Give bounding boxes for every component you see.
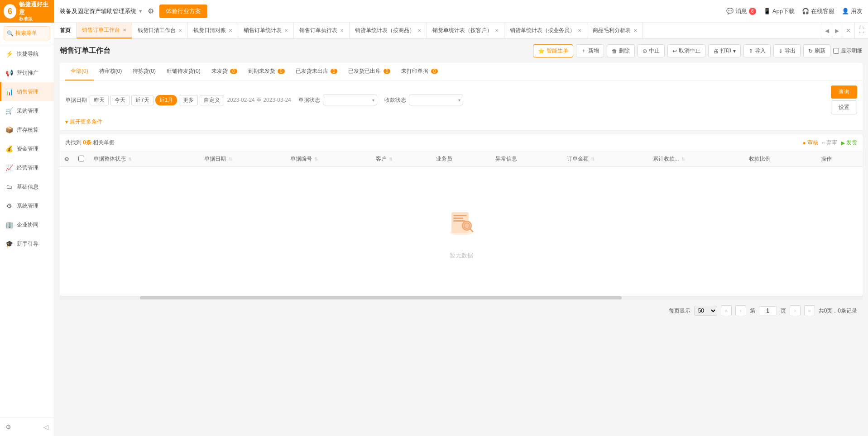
tab-close-cash-reconcile[interactable]: ✕ bbox=[229, 28, 232, 33]
sidebar-item-sales[interactable]: 📊 销售管理 bbox=[0, 82, 54, 101]
tab-close-sales-workbench[interactable]: ✕ bbox=[123, 28, 126, 33]
topbar-online-service[interactable]: 🎧 在线客服 bbox=[802, 7, 834, 15]
col-status[interactable]: 单据整体状态 ⇅ bbox=[89, 152, 200, 167]
tab-nav-next[interactable]: ▶ bbox=[832, 23, 842, 38]
tab-close-sales-stat[interactable]: ✕ bbox=[284, 28, 288, 33]
col-settings[interactable]: ⚙ bbox=[60, 152, 74, 167]
tab-close-sales-staff[interactable]: ✕ bbox=[578, 28, 581, 33]
tab-close-all[interactable]: ✕ bbox=[842, 23, 854, 38]
horizontal-scrollbar-thumb[interactable] bbox=[140, 296, 622, 299]
sidebar-collapse-icon[interactable]: ◁ bbox=[42, 422, 50, 432]
filter-settings-button[interactable]: 设置 bbox=[831, 100, 857, 114]
tab-close-sales-customer[interactable]: ✕ bbox=[495, 28, 499, 33]
tab-sales-exec[interactable]: 销售订单执行表 ✕ bbox=[294, 23, 350, 38]
per-page-select[interactable]: 50 100 200 bbox=[694, 306, 717, 316]
cancel-stop-button[interactable]: ↩ 取消中止 bbox=[667, 44, 705, 57]
col-date[interactable]: 单据日期 ⇅ bbox=[200, 152, 285, 167]
filter-tab-not-shipped[interactable]: 未发货 0 bbox=[206, 63, 243, 81]
print-button[interactable]: 🖨 打印 ▾ bbox=[708, 44, 741, 57]
date-btn-more[interactable]: 更多 bbox=[179, 95, 198, 105]
expand-conditions-btn[interactable]: ▾ 展开更多条件 bbox=[65, 118, 857, 126]
add-icon: ＋ bbox=[581, 47, 586, 55]
col-ratio: 收款比例 bbox=[744, 152, 816, 167]
col-number[interactable]: 单据编号 ⇅ bbox=[286, 152, 371, 167]
filter-tab-not-printed[interactable]: 未打印单据 0 bbox=[396, 63, 443, 81]
audit-action-btn[interactable]: ● 审核 bbox=[803, 139, 818, 147]
send-action-btn[interactable]: ▶ 发货 bbox=[841, 139, 857, 147]
sidebar-settings-icon[interactable]: ⚙ bbox=[4, 422, 13, 432]
date-btn-yesterday[interactable]: 昨天 bbox=[90, 95, 109, 105]
sidebar-item-system[interactable]: ⚙ 系统管理 bbox=[0, 196, 54, 215]
tab-sales-staff[interactable]: 销货单统计表（按业务员） ✕ bbox=[504, 23, 587, 38]
phone-icon: 📱 bbox=[763, 8, 771, 14]
date-btn-custom[interactable]: 自定义 bbox=[200, 95, 224, 105]
tab-sales-stat[interactable]: 销售订单统计表 ✕ bbox=[238, 23, 294, 38]
page-input[interactable] bbox=[759, 306, 777, 315]
import-button[interactable]: ⇑ 导入 bbox=[743, 44, 771, 57]
filter-tab-overdue-not-shipped[interactable]: 到期未发货 0 bbox=[243, 63, 290, 81]
cancel-audit-action-btn[interactable]: ○ 弃审 bbox=[822, 139, 837, 147]
tab-cash-reconcile[interactable]: 钱货日清对账 ✕ bbox=[188, 23, 238, 38]
topbar-message[interactable]: 💬 消息 6 bbox=[726, 7, 756, 15]
sidebar-item-newbie[interactable]: 🎓 新手引导 bbox=[0, 234, 54, 253]
tab-fullscreen[interactable]: ⛶ bbox=[854, 23, 868, 38]
tab-close-cash-daily[interactable]: ✕ bbox=[178, 28, 182, 33]
col-checkbox[interactable] bbox=[74, 152, 89, 167]
tab-close-sales-product[interactable]: ✕ bbox=[417, 28, 421, 33]
prev-page-btn[interactable]: ‹ bbox=[735, 305, 746, 316]
tab-sales-product[interactable]: 销货单统计表（按商品） ✕ bbox=[350, 23, 427, 38]
tab-nav-prev[interactable]: ◀ bbox=[822, 23, 832, 38]
filter-tab-pending-pick[interactable]: 待拣货(0) bbox=[127, 63, 161, 81]
filter-tab-pending-audit[interactable]: 待审核(0) bbox=[94, 63, 128, 81]
topbar-app-download[interactable]: 📱 App下载 bbox=[763, 7, 795, 15]
col-amount[interactable]: 订单金额 ⇅ bbox=[562, 152, 648, 167]
smart-create-button[interactable]: ⭐ 智能生单 bbox=[533, 44, 573, 57]
payment-select[interactable] bbox=[409, 95, 463, 105]
query-button[interactable]: 查询 bbox=[831, 85, 857, 99]
tab-cash-daily[interactable]: 钱货日清工作台 ✕ bbox=[132, 23, 188, 38]
sidebar-item-inventory[interactable]: 📦 库存核算 bbox=[0, 120, 54, 139]
filter-tab-all[interactable]: 全部(0) bbox=[65, 63, 94, 81]
topbar-settings-icon[interactable]: ⚙ bbox=[148, 7, 154, 15]
industry-btn[interactable]: 体验行业方案 bbox=[159, 5, 207, 18]
filter-tab-wangpu-pending[interactable]: 旺铺待发货(0) bbox=[161, 63, 206, 81]
refresh-button[interactable]: ↻ 刷新 bbox=[803, 44, 830, 57]
horizontal-scrollbar[interactable] bbox=[60, 296, 863, 299]
date-btn-today[interactable]: 今天 bbox=[110, 95, 129, 105]
first-page-btn[interactable]: « bbox=[721, 305, 732, 316]
sidebar-item-finance[interactable]: 💰 资金管理 bbox=[0, 139, 54, 158]
sidebar-item-quick-nav[interactable]: ⚡ 快捷导航 bbox=[0, 44, 54, 63]
add-button[interactable]: ＋ 新增 bbox=[576, 44, 604, 57]
col-customer[interactable]: 客户 ⇅ bbox=[371, 152, 432, 167]
sidebar-item-enterprise[interactable]: 🏢 企业协同 bbox=[0, 215, 54, 234]
export-icon: ⇓ bbox=[778, 48, 783, 54]
date-btn-1month[interactable]: 近1月 bbox=[155, 95, 177, 105]
stop-button[interactable]: ⊙ 中止 bbox=[638, 44, 665, 57]
tab-home[interactable]: 首页 bbox=[54, 23, 77, 38]
select-all-checkbox[interactable] bbox=[78, 156, 84, 161]
export-button[interactable]: ⇓ 导出 bbox=[773, 44, 801, 57]
filter-tab-shipped-out[interactable]: 已发货已出库 0 bbox=[343, 63, 396, 81]
tab-gross-analysis[interactable]: 商品毛利分析表 ✕ bbox=[587, 23, 643, 38]
sidebar-item-operations[interactable]: 📈 经营管理 bbox=[0, 158, 54, 177]
sidebar-search[interactable]: 🔍 搜索菜单 bbox=[0, 23, 54, 44]
sidebar-item-purchase[interactable]: 🛒 采购管理 bbox=[0, 101, 54, 120]
date-btn-7days[interactable]: 近7天 bbox=[131, 95, 153, 105]
status-select[interactable] bbox=[323, 95, 377, 105]
sidebar-item-basic-info[interactable]: 🗂 基础信息 bbox=[0, 177, 54, 196]
show-detail-checkbox[interactable] bbox=[833, 48, 839, 54]
col-collected[interactable]: 累计收款... ⇅ bbox=[648, 152, 745, 167]
tab-close-sales-exec[interactable]: ✕ bbox=[340, 28, 344, 33]
topbar-user[interactable]: 👤 用友 bbox=[842, 7, 863, 15]
show-detail-label[interactable]: 显示明细 bbox=[833, 47, 863, 55]
filter-tab-shipped-not-out[interactable]: 已发货未出库 0 bbox=[290, 63, 343, 81]
tab-sales-customer[interactable]: 销货单统计表（按客户） ✕ bbox=[427, 23, 504, 38]
search-menu-button[interactable]: 🔍 搜索菜单 bbox=[4, 26, 50, 40]
tab-close-gross-analysis[interactable]: ✕ bbox=[633, 28, 637, 33]
delete-button[interactable]: 🗑 删除 bbox=[607, 44, 635, 57]
next-page-btn[interactable]: › bbox=[790, 305, 801, 316]
page-title: 销售订单工作台 bbox=[60, 46, 110, 56]
sidebar-item-marketing[interactable]: 📢 营销推广 bbox=[0, 63, 54, 82]
tab-sales-workbench[interactable]: 销售订单工作台 ✕ bbox=[77, 23, 132, 38]
last-page-btn[interactable]: » bbox=[804, 305, 815, 316]
